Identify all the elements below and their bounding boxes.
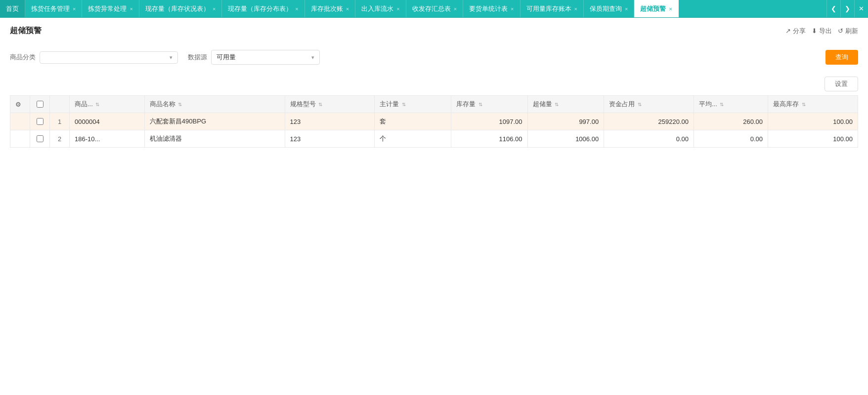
export-button[interactable]: ⬇ 导出 (812, 27, 832, 36)
th-capital-occ-label: 资金占用 (609, 100, 635, 108)
nav-item-stock-status[interactable]: 现存量（库存状况表） × (139, 0, 222, 18)
settings-button[interactable]: 设置 (825, 77, 858, 91)
refresh-icon: ↺ (838, 27, 843, 35)
sort-icon-stock-qty: ⇅ (478, 102, 482, 107)
sort-icon-over-qty: ⇅ (555, 102, 559, 107)
category-select[interactable]: ▾ (40, 51, 178, 64)
row-gear-cell (10, 130, 30, 148)
nav-item-stock-dist[interactable]: 现存量（库存分布表） × (222, 0, 304, 18)
sort-icon-capital-occ: ⇅ (638, 102, 642, 107)
top-navigation: 首页 拣货任务管理 × 拣货异常处理 × 现存量（库存状况表） × 现存量（库存… (0, 0, 868, 18)
th-product-name[interactable]: 商品名称 ⇅ (144, 96, 285, 113)
th-spec[interactable]: 规格型号 ⇅ (285, 96, 375, 113)
table-row: 2 186-10... 机油滤清器 123 个 1106.00 1006.00 … (10, 130, 858, 148)
row-capital-occ: 259220.00 (604, 113, 694, 130)
th-avg[interactable]: 平均... ⇅ (694, 96, 768, 113)
row-spec: 123 (285, 113, 375, 130)
row-product-code: 0000004 (70, 113, 145, 130)
datasource-select[interactable]: 可用量 ▾ (211, 50, 320, 65)
nav-item-task-mgmt[interactable]: 拣货任务管理 × (25, 0, 82, 18)
th-avg-label: 平均... (699, 100, 717, 108)
nav-arrow-close[interactable]: ✕ (854, 0, 868, 18)
arrow-right-icon: ❯ (845, 5, 850, 12)
row-checkbox[interactable] (37, 135, 43, 142)
row-num: 1 (50, 113, 70, 130)
th-unit[interactable]: 主计量 ⇅ (375, 96, 451, 113)
row-over-qty: 997.00 (527, 113, 604, 130)
filter-area: 商品分类 ▾ 数据源 可用量 ▾ 查询 (10, 44, 858, 71)
nav-item-order-stats[interactable]: 要货单统计表 × (463, 0, 520, 18)
close-icon-recv-send[interactable]: × (454, 6, 457, 12)
sort-icon-spec: ⇅ (318, 102, 322, 107)
nav-label-task-mgmt: 拣货任务管理 (31, 4, 70, 13)
datasource-dropdown-icon: ▾ (311, 54, 314, 61)
row-num: 2 (50, 130, 70, 148)
row-capital-occ: 0.00 (604, 130, 694, 148)
nav-label-in-out-flow: 出入库流水 (361, 4, 393, 13)
close-icon-batch-account[interactable]: × (346, 6, 349, 12)
th-max-stock[interactable]: 最高库存 ⇅ (768, 96, 858, 113)
th-over-qty-label: 超储量 (533, 100, 552, 108)
export-label: 导出 (819, 27, 832, 36)
row-product-name: 六配套新昌490BPG (144, 113, 285, 130)
row-unit: 个 (375, 130, 451, 148)
close-icon-shelf-life[interactable]: × (625, 6, 628, 12)
row-stock-qty: 1106.00 (451, 130, 528, 148)
query-button[interactable]: 查询 (825, 50, 858, 65)
nav-item-in-out-flow[interactable]: 出入库流水 × (355, 0, 406, 18)
gear-icon: ⚙ (15, 101, 21, 108)
th-gear[interactable]: ⚙ (10, 96, 30, 113)
nav-arrow-right[interactable]: ❯ (840, 0, 854, 18)
datasource-label: 数据源 (188, 53, 207, 62)
close-icon-stock-dist[interactable]: × (295, 6, 298, 12)
nav-label-available-account: 可用量库存账本 (526, 4, 571, 13)
row-unit: 套 (375, 113, 451, 130)
nav-item-shelf-life[interactable]: 保质期查询 × (584, 0, 634, 18)
th-over-qty[interactable]: 超储量 ⇅ (527, 96, 604, 113)
row-max-stock: 100.00 (768, 130, 858, 148)
close-icon-overstock-warning[interactable]: × (669, 6, 672, 12)
row-avg: 0.00 (694, 130, 768, 148)
th-product-code[interactable]: 商品... ⇅ (70, 96, 145, 113)
close-icon-stock-status[interactable]: × (213, 6, 216, 12)
nav-label-order-stats: 要货单统计表 (469, 4, 508, 13)
close-icon-task-mgmt[interactable]: × (73, 6, 76, 12)
th-stock-qty[interactable]: 库存量 ⇅ (451, 96, 528, 113)
sort-icon-max-stock: ⇅ (802, 102, 806, 107)
select-all-checkbox[interactable] (37, 101, 43, 108)
close-icon-available-account[interactable]: × (574, 6, 577, 12)
row-spec: 123 (285, 130, 375, 148)
row-max-stock: 100.00 (768, 113, 858, 130)
datasource-select-value: 可用量 (217, 53, 236, 62)
category-filter: 商品分类 ▾ (10, 51, 178, 64)
nav-item-overstock-warning[interactable]: 超储预警 × (634, 0, 678, 18)
close-icon-order-stats[interactable]: × (511, 6, 514, 12)
category-label: 商品分类 (10, 53, 36, 62)
nav-item-recv-send[interactable]: 收发存汇总表 × (406, 0, 463, 18)
sort-icon-product-code: ⇅ (95, 102, 99, 107)
table-header-row: ⚙ 商品... ⇅ 商品名称 ⇅ 规格型号 ⇅ (10, 96, 858, 113)
sort-icon-unit: ⇅ (402, 102, 406, 107)
nav-arrow-left[interactable]: ❮ (826, 0, 840, 18)
th-stock-qty-label: 库存量 (456, 100, 476, 108)
close-icon-abnormal[interactable]: × (130, 6, 132, 12)
share-button[interactable]: ↗ 分享 (785, 27, 806, 36)
nav-item-home[interactable]: 首页 (0, 0, 25, 18)
close-icon-in-out-flow[interactable]: × (396, 6, 399, 12)
row-gear-cell (10, 113, 30, 130)
th-max-stock-label: 最高库存 (773, 100, 799, 108)
th-product-code-label: 商品... (75, 100, 93, 108)
nav-label-shelf-life: 保质期查询 (590, 4, 622, 13)
nav-item-available-account[interactable]: 可用量库存账本 × (521, 0, 584, 18)
nav-item-abnormal[interactable]: 拣货异常处理 × (82, 0, 139, 18)
arrow-left-icon: ❮ (831, 5, 836, 12)
row-checkbox[interactable] (37, 118, 43, 125)
nav-item-batch-account[interactable]: 库存批次账 × (305, 0, 355, 18)
row-avg: 260.00 (694, 113, 768, 130)
filter-bottom-row: 设置 (10, 77, 858, 91)
category-dropdown-icon: ▾ (170, 54, 173, 61)
th-capital-occ[interactable]: 资金占用 ⇅ (604, 96, 694, 113)
refresh-button[interactable]: ↺ 刷新 (838, 27, 858, 36)
refresh-label: 刷新 (845, 27, 858, 36)
nav-label-abnormal: 拣货异常处理 (88, 4, 127, 13)
